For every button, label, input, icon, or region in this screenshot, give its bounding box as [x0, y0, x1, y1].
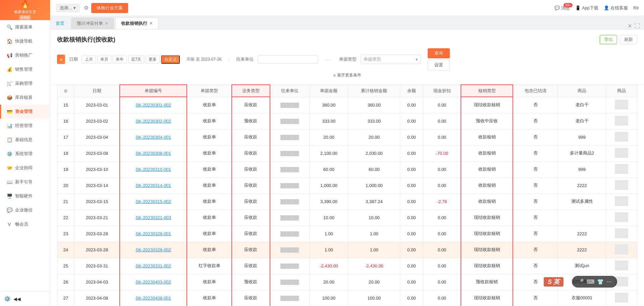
- sidebar-item-shortcut[interactable]: 🏠 快捷导航: [0, 34, 50, 48]
- tab-receivable-label: 收款核销执行: [121, 20, 147, 26]
- keyboard-toolbar: 🎤 ⌨ 👕 ⋯: [572, 276, 617, 288]
- cell-balance: 0.00: [400, 242, 423, 258]
- sidebar-item-operations[interactable]: 📊 经营管理: [0, 119, 50, 133]
- date-custom-button[interactable]: 自定义: [161, 55, 180, 64]
- cell-include-settled: 否: [513, 113, 557, 129]
- doc-no-link[interactable]: SK-20230304-001: [136, 135, 171, 140]
- settings-button[interactable]: 设置: [428, 60, 450, 70]
- counterparty-input[interactable]: [258, 55, 318, 64]
- cell-counterparty: ██████: [270, 258, 310, 274]
- doc-no-link[interactable]: SK-20230308-001: [136, 151, 171, 156]
- sidebar-item-member[interactable]: V 畅会员: [0, 217, 50, 231]
- cell-cancel-amount: 333.00: [348, 113, 400, 129]
- collapse-icon[interactable]: ◀◀: [13, 296, 21, 302]
- col-gear[interactable]: ⚙: [57, 85, 74, 97]
- date-last-month[interactable]: 上月: [82, 56, 96, 63]
- cell-cancel-type: 现结收款核销: [461, 290, 513, 306]
- doc-no-link[interactable]: SK-20230301-002: [136, 103, 171, 108]
- doc-no-link[interactable]: SK-20230314-001: [136, 183, 171, 188]
- doc-no-link[interactable]: SK-20230403-002: [136, 280, 171, 285]
- cell-include-settled: 否: [513, 145, 557, 161]
- cell-date: 2023-03-21: [74, 209, 120, 226]
- cell-cancel-type: 现结收款核销: [461, 258, 513, 274]
- cell-goods2: [606, 97, 637, 113]
- sidebar-item-finance[interactable]: 💳 资金管理: [0, 105, 50, 119]
- inventory-icon: 📦: [6, 95, 12, 100]
- cell-doc-no: SK-20230304-001: [120, 129, 187, 145]
- date-7days[interactable]: 近7天: [128, 56, 145, 63]
- cell-counterparty: ██████: [270, 177, 310, 193]
- doc-no-link[interactable]: SK-20230328-002: [136, 247, 171, 252]
- cell-counterparty: ██████: [270, 242, 310, 258]
- doc-no-link[interactable]: SK-20230328-001: [136, 231, 171, 236]
- tab-receivable-close-icon[interactable]: ✕: [149, 21, 153, 26]
- cell-include-settled: 否: [513, 161, 557, 177]
- shirt-icon[interactable]: 👕: [597, 279, 604, 285]
- cell-goods2: [606, 290, 637, 306]
- sidebar-item-purchase[interactable]: 🛒 采购管理: [0, 76, 50, 90]
- cell-no: 20: [57, 177, 74, 193]
- cell-cancel-amount: 10.00: [348, 209, 400, 226]
- cell-cancel-type: 现结收款核销: [461, 242, 513, 258]
- cell-doc-type: 收款单: [187, 193, 232, 209]
- tab-home[interactable]: 首页: [50, 18, 70, 29]
- sidebar-item-basic[interactable]: 📋 基础信息: [0, 133, 50, 147]
- cell-cash-discount: 0.00: [423, 113, 461, 129]
- sidebar-item-wechat[interactable]: 💬 企业微信: [0, 203, 50, 217]
- doc-no-link[interactable]: SK-20230315-002: [136, 199, 171, 204]
- date-this-year[interactable]: 本年: [113, 56, 127, 63]
- sidebar-item-inventory[interactable]: 📦 库存核算: [0, 90, 50, 105]
- query-button[interactable]: 查询: [428, 48, 450, 58]
- mic-icon[interactable]: 🎤: [577, 279, 584, 285]
- date-this-month[interactable]: 本月: [97, 56, 111, 63]
- table-row: 24 2023-03-28 SK-20230328-002 收款单 应收款 ██…: [57, 242, 637, 258]
- tab-payable-close-icon[interactable]: ✕: [105, 21, 108, 26]
- sidebar-item-marketing[interactable]: 📢 营销推广: [0, 48, 50, 62]
- export-button[interactable]: 导出: [600, 35, 617, 44]
- tab-payable[interactable]: 预计冲应付单 ✕: [71, 17, 114, 29]
- sidebar-item-enterprise[interactable]: 🤝 企业协同: [0, 161, 50, 175]
- topbar-selector[interactable]: 选择... ▾: [56, 4, 80, 12]
- sidebar-item-search[interactable]: 🔍 搜索菜单: [0, 20, 50, 34]
- cell-goods2: [606, 193, 637, 209]
- more-icon[interactable]: ⋯: [606, 279, 612, 285]
- cell-doc-type: 收款单: [187, 226, 232, 242]
- doc-no-link[interactable]: SK-20230302-002: [136, 119, 171, 124]
- cell-cancel-type: 收款核销: [461, 129, 513, 145]
- settings-icon[interactable]: ⚙: [84, 5, 89, 11]
- doc-no-link[interactable]: SK-20230321-003: [136, 215, 171, 220]
- tab-receivable[interactable]: 收款核销执行 ✕: [115, 17, 158, 29]
- expand-more-button[interactable]: ≡ 展开更多条件: [333, 72, 361, 78]
- sidebar-item-sales[interactable]: 💰 销售管理: [0, 62, 50, 76]
- message-icon: 💬: [554, 5, 560, 10]
- cell-doc-no: SK-20230321-003: [120, 209, 187, 226]
- solution-button[interactable]: 体验行业方案: [91, 3, 128, 13]
- message-button[interactable]: 💬 消息 99+: [554, 5, 570, 11]
- cell-no: 21: [57, 193, 74, 209]
- settings-icon[interactable]: ⚙️: [4, 296, 11, 302]
- doc-no-link[interactable]: SK-20230331-002: [136, 263, 171, 268]
- sidebar-label-system: 系统管理: [15, 151, 33, 157]
- cell-include-settled: 否: [513, 193, 557, 209]
- cell-goods: 老白干: [558, 113, 606, 129]
- filter-expand-button[interactable]: »: [57, 55, 65, 64]
- app-download-button[interactable]: 📱 App下载: [575, 5, 598, 11]
- grid-icon[interactable]: ⌨: [587, 279, 594, 285]
- user-avatar[interactable]: Rit: [633, 5, 639, 10]
- doc-no-link[interactable]: SK-20230310-001: [136, 167, 171, 172]
- sidebar-item-hardware[interactable]: 🖥️ 智能硬件: [0, 189, 50, 203]
- date-more[interactable]: 更多: [146, 56, 160, 63]
- sidebar-item-guide[interactable]: 📖 新手引导: [0, 175, 50, 189]
- col-cancel-type: 核销类型: [461, 85, 513, 97]
- sidebar-label-sales: 销售管理: [15, 66, 33, 72]
- online-service-button[interactable]: 👤 在线客服: [604, 5, 628, 11]
- tab-expand-icon[interactable]: ⛶: [635, 23, 640, 29]
- cell-cancel-type: 收款核销: [461, 161, 513, 177]
- tab-close-all-icon[interactable]: ✕: [628, 23, 632, 29]
- sidebar-label-shortcut: 快捷导航: [15, 38, 33, 44]
- cell-amount: 1,000.00: [309, 177, 348, 193]
- refresh-button[interactable]: 刷新: [620, 35, 637, 44]
- sidebar-label-marketing: 营销推广: [15, 52, 33, 58]
- doc-no-link[interactable]: SK-20230408-001: [136, 296, 171, 301]
- sidebar-item-system[interactable]: ⚙️ 系统管理: [0, 147, 50, 161]
